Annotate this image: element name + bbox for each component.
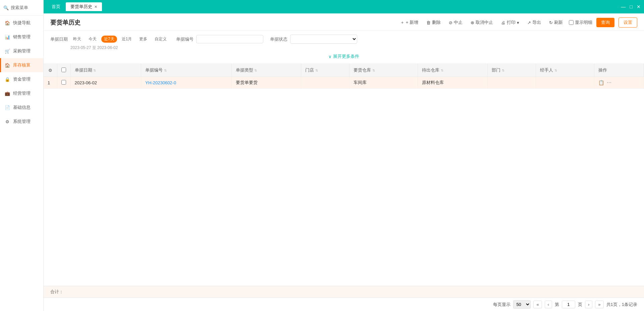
cell-doc-type: 要货单要货 [231,77,301,89]
print-dropdown-icon: ▾ [517,20,519,25]
sidebar-item-label: 系统管理 [13,119,31,125]
sidebar-item-label: 库存核算 [13,62,31,68]
sidebar-item-label: 销售管理 [13,34,31,40]
delete-button[interactable]: 🗑 删除 [424,18,443,27]
date-btn-today[interactable]: 今天 [86,36,99,43]
show-detail-toggle[interactable]: 显示明细 [569,19,592,26]
th-pending-warehouse[interactable]: 待出仓库 ⇅ [418,64,487,77]
sidebar-item-sales[interactable]: 📊 销售管理 [0,30,43,44]
filter-status-group: 单据状态 [270,35,357,44]
per-page-label: 每页显示 [493,302,511,308]
view-action-icon[interactable]: 📋 [598,80,604,85]
date-btn-yesterday[interactable]: 昨天 [70,36,84,43]
settings-label: 设置 [624,19,632,26]
more-action-icon[interactable]: ⋯ [607,80,611,85]
select-all-checkbox[interactable] [61,68,66,72]
th-store[interactable]: 门店 ⇅ [301,64,349,77]
cancel-stop-icon: ⊗ [471,20,474,25]
tab-requisition-history[interactable]: 要货单历史 ✕ [66,2,102,11]
sidebar-item-basic-info[interactable]: 📄 基础信息 [0,100,43,115]
page-title: 要货单历史 [50,18,80,27]
sidebar-item-label: 资金管理 [13,76,31,82]
th-doc-type[interactable]: 单据类型 ⇅ [231,64,301,77]
sidebar-search[interactable]: 🔍 搜索菜单 [0,0,43,16]
sidebar-item-operations[interactable]: 💼 经营管理 [0,86,43,100]
table-container: ⚙ 单据日期 ⇅ 单据编号 ⇅ 单据类型 [44,64,644,286]
cell-handler [536,77,594,89]
cell-doc-number: YH-20230602-0 [141,77,231,89]
th-handler[interactable]: 经手人 ⇅ [536,64,594,77]
print-label: 打印 [507,19,516,26]
cell-pending-warehouse: 原材料仓库 [418,77,487,89]
sort-doc-number-icon: ⇅ [164,69,167,72]
th-doc-date[interactable]: 单据日期 ⇅ [70,64,141,77]
home-icon: 🏠 [4,20,10,26]
cart-icon: 🛒 [4,48,10,54]
tab-home-label: 首页 [52,4,60,10]
pagination: 每页显示 50 100 « ‹ 第 页 › » 共1页，1条记录 [44,298,644,311]
cell-actions: 📋 ⋯ [594,77,644,89]
next-page-button[interactable]: › [585,301,592,308]
cell-req-warehouse: 车间库 [350,77,418,89]
settings-button[interactable]: 设置 [619,17,637,28]
first-page-button[interactable]: « [533,301,542,308]
tab-close-icon[interactable]: ✕ [94,5,97,9]
toolbar: ＋ + 新增 🗑 删除 ⊘ 中止 ⊗ 取消中止 🖨 打印 [398,17,637,28]
window-minimize-icon[interactable]: — [621,4,626,9]
doc-number-link[interactable]: YH-20230602-0 [145,80,176,85]
sidebar-item-purchase[interactable]: 🛒 采购管理 [0,44,43,58]
sidebar-item-quick-nav[interactable]: 🏠 快捷导航 [0,16,43,30]
inventory-icon: 🏠 [4,62,10,68]
sidebar-item-finance[interactable]: 🔒 资金管理 [0,72,43,86]
stop-label: 中止 [454,19,463,26]
expand-more-label: 展开更多条件 [333,53,359,59]
date-btn-1month[interactable]: 近1月 [119,36,135,43]
last-page-button[interactable]: » [595,301,603,308]
window-maximize-icon[interactable]: □ [630,4,633,9]
sort-handler-icon: ⇅ [554,69,557,72]
main-area: 首页 要货单历史 ✕ — □ ✕ 要货单历史 ＋ + 新增 🗑 删除 [44,0,644,311]
refresh-button[interactable]: ↻ 刷新 [547,18,565,27]
current-page-input[interactable] [562,301,575,308]
topbar: 首页 要货单历史 ✕ — □ ✕ [44,0,644,13]
per-page-select[interactable]: 50 100 [513,300,531,309]
export-button[interactable]: ↗ 导出 [525,18,543,27]
cancel-stop-button[interactable]: ⊗ 取消中止 [469,18,495,27]
tab-home[interactable]: 首页 [47,2,65,11]
window-close-icon[interactable]: ✕ [637,4,641,9]
th-department[interactable]: 部门 ⇅ [487,64,536,77]
docnum-filter-label: 单据编号 [176,36,194,42]
sidebar-item-label: 采购管理 [13,48,31,54]
query-button[interactable]: 查询 [596,18,614,27]
th-req-warehouse[interactable]: 要货仓库 ⇅ [350,64,418,77]
query-label: 查询 [601,19,610,26]
th-settings[interactable]: ⚙ [44,64,57,77]
sidebar-item-system[interactable]: ⚙ 系统管理 [0,115,43,129]
sidebar: 🔍 搜索菜单 🏠 快捷导航 📊 销售管理 🛒 采购管理 🏠 库存核算 🔒 资金管… [0,0,44,311]
status-select[interactable] [290,35,357,44]
date-filter-label: 单据日期 [50,36,68,42]
date-btn-7days[interactable]: 近7天 [101,36,117,43]
search-icon: 🔍 [3,5,9,10]
stop-button[interactable]: ⊘ 中止 [447,18,465,27]
sidebar-item-label: 经营管理 [13,90,31,96]
sidebar-item-inventory[interactable]: 🏠 库存核算 [0,58,43,72]
filter-docnum-group: 单据编号 [176,35,263,43]
prev-page-button[interactable]: ‹ [545,301,552,308]
sort-req-warehouse-icon: ⇅ [372,69,375,72]
filter-row-1: 单据日期 昨天 今天 近7天 近1月 更多 自定义 单据编号 单据状态 [50,35,637,44]
print-button[interactable]: 🖨 打印 ▾ [499,18,521,27]
sort-pending-warehouse-icon: ⇅ [441,69,443,72]
new-button[interactable]: ＋ + 新增 [398,18,420,27]
finance-icon: 🔒 [4,76,10,82]
row-checkbox[interactable] [61,80,66,85]
expand-more-btn[interactable]: ∨ 展开更多条件 [50,53,637,59]
date-btn-more[interactable]: 更多 [137,36,150,43]
stop-icon: ⊘ [449,20,452,25]
show-detail-checkbox[interactable] [569,20,574,25]
total-info: 共1页，1条记录 [606,302,637,308]
docnum-input[interactable] [196,35,263,43]
date-btn-custom[interactable]: 自定义 [152,36,169,43]
cell-checkbox [57,77,70,89]
th-doc-number[interactable]: 单据编号 ⇅ [141,64,231,77]
